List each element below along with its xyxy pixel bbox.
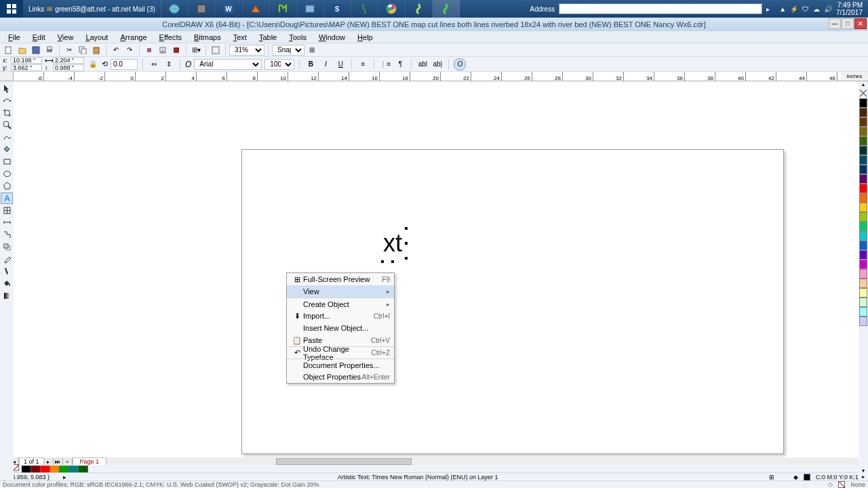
color-swatch[interactable] xyxy=(859,212,867,222)
ctx-view[interactable]: View▸ xyxy=(287,285,394,298)
tray-icon[interactable]: 🔊 xyxy=(824,5,832,13)
color-swatch[interactable] xyxy=(859,307,867,317)
ctx-undo-change-typeface[interactable]: ↶Undo Change TypefaceCtrl+Z xyxy=(287,346,394,359)
redo-button[interactable]: ↷ xyxy=(123,44,136,56)
fullscreen-button[interactable] xyxy=(210,44,222,56)
maximize-button[interactable]: □ xyxy=(842,18,854,29)
color-swatch[interactable] xyxy=(859,279,867,288)
print-button[interactable] xyxy=(43,44,56,56)
color-swatch[interactable] xyxy=(41,466,50,472)
cut-button[interactable]: ✂ xyxy=(63,44,75,56)
ctx-object-properties[interactable]: Object PropertiesAlt+Enter xyxy=(287,371,394,383)
y-input[interactable] xyxy=(11,64,42,71)
paste-button[interactable] xyxy=(90,44,102,56)
save-button[interactable] xyxy=(30,44,42,56)
color-swatch[interactable] xyxy=(859,193,867,203)
color-swatch[interactable] xyxy=(859,260,867,269)
color-swatch[interactable] xyxy=(79,466,88,472)
bold-button[interactable]: B xyxy=(304,58,317,70)
height-input[interactable] xyxy=(53,64,84,71)
color-swatch[interactable] xyxy=(859,165,867,174)
color-swatch[interactable] xyxy=(859,203,867,212)
mirror-h-button[interactable]: ⇔ xyxy=(148,58,160,70)
tray-icon[interactable]: ☁ xyxy=(813,5,820,13)
copy-button[interactable] xyxy=(77,44,89,56)
mirror-v-button[interactable]: ⇕ xyxy=(163,58,175,70)
smart-fill-tool[interactable] xyxy=(1,144,13,155)
polygon-tool[interactable] xyxy=(1,180,13,192)
lock-ratio-button[interactable]: 🔒 xyxy=(87,58,99,70)
close-button[interactable]: ✕ xyxy=(854,18,867,29)
new-button[interactable] xyxy=(3,44,15,56)
shape-tool[interactable] xyxy=(1,95,13,106)
clock[interactable]: 7:49 PM 7/1/2017 xyxy=(836,1,863,16)
char-format-button[interactable]: abl xyxy=(416,58,429,70)
ctx-insert-new-object-[interactable]: Insert New Object... xyxy=(287,322,394,334)
menu-arrange[interactable]: Arrange xyxy=(115,33,152,42)
app-icon-6[interactable] xyxy=(406,0,433,18)
menu-tools[interactable]: Tools xyxy=(283,33,312,42)
undo-button[interactable]: ↶ xyxy=(110,44,122,56)
fill-tool[interactable] xyxy=(1,278,13,289)
options-button[interactable]: ⊞ xyxy=(306,44,318,56)
publish-button[interactable] xyxy=(170,44,182,56)
mail-link[interactable]: green58@att.net - att.net Mail (3) xyxy=(55,5,155,13)
links-label[interactable]: Links xyxy=(28,5,44,13)
color-swatch[interactable] xyxy=(31,466,41,472)
color-swatch[interactable] xyxy=(859,317,867,326)
connector-tool[interactable] xyxy=(1,229,13,241)
menu-bitmaps[interactable]: Bitmaps xyxy=(189,33,226,42)
color-swatch[interactable] xyxy=(859,117,867,127)
app-icon-1[interactable] xyxy=(189,0,216,18)
color-swatch[interactable] xyxy=(859,288,867,298)
edit-text-button[interactable]: ab| xyxy=(431,58,443,70)
text-direction-button[interactable]: O xyxy=(454,58,466,70)
menu-edit[interactable]: Edit xyxy=(27,33,51,42)
snagit-icon[interactable]: S xyxy=(324,0,351,18)
pick-tool[interactable] xyxy=(1,83,13,94)
font-select[interactable]: Arial xyxy=(194,59,262,70)
color-swatch[interactable] xyxy=(859,231,867,241)
app-icon-4[interactable] xyxy=(297,0,324,18)
artistic-text-object[interactable]: xt xyxy=(383,229,402,258)
open-button[interactable] xyxy=(16,44,28,56)
text-tool[interactable]: A xyxy=(1,192,13,204)
zoom-level-button[interactable]: ⊞▾ xyxy=(190,44,202,56)
app-icon-3[interactable] xyxy=(270,0,297,18)
palette-up[interactable]: ▴ xyxy=(859,81,868,87)
ctx-full-screen-preview[interactable]: ⊞Full-Screen PreviewF9 xyxy=(287,273,394,285)
fontsize-select[interactable]: 100 pt xyxy=(264,59,294,70)
color-swatch[interactable] xyxy=(859,222,867,231)
dropcap-button[interactable]: ¶ xyxy=(394,58,406,70)
interactive-fill-tool[interactable] xyxy=(1,290,13,302)
color-swatch[interactable] xyxy=(859,155,867,165)
tray-icon[interactable]: ▲ xyxy=(779,5,786,13)
x-input[interactable] xyxy=(11,57,42,64)
app-icon-2[interactable] xyxy=(243,0,270,18)
export-button[interactable] xyxy=(157,44,169,56)
chrome-icon[interactable] xyxy=(378,0,406,18)
ruler-origin[interactable] xyxy=(0,72,14,81)
outline-tool[interactable] xyxy=(1,266,13,277)
color-swatch[interactable] xyxy=(69,466,79,472)
corel-icon[interactable] xyxy=(433,0,460,18)
width-input[interactable] xyxy=(53,57,84,64)
color-swatch[interactable] xyxy=(859,250,867,260)
ellipse-tool[interactable] xyxy=(1,168,13,180)
tray-icon[interactable]: 🛡 xyxy=(802,5,809,13)
rectangle-tool[interactable] xyxy=(1,156,13,167)
menu-view[interactable]: View xyxy=(52,33,79,42)
menu-help[interactable]: Help xyxy=(352,33,378,42)
snap-select[interactable]: Snap to xyxy=(272,45,304,56)
crop-tool[interactable] xyxy=(1,107,13,119)
go-button[interactable]: ▸ xyxy=(766,5,770,13)
color-swatch[interactable] xyxy=(60,466,69,472)
color-swatch[interactable] xyxy=(859,269,867,279)
table-tool[interactable] xyxy=(1,205,13,216)
underline-button[interactable]: U xyxy=(334,58,347,70)
menu-text[interactable]: Text xyxy=(228,33,252,42)
outline-swatch[interactable] xyxy=(838,481,845,488)
color-swatch[interactable] xyxy=(859,136,867,146)
ie-icon[interactable] xyxy=(161,0,189,18)
rotation-input[interactable] xyxy=(111,59,138,70)
